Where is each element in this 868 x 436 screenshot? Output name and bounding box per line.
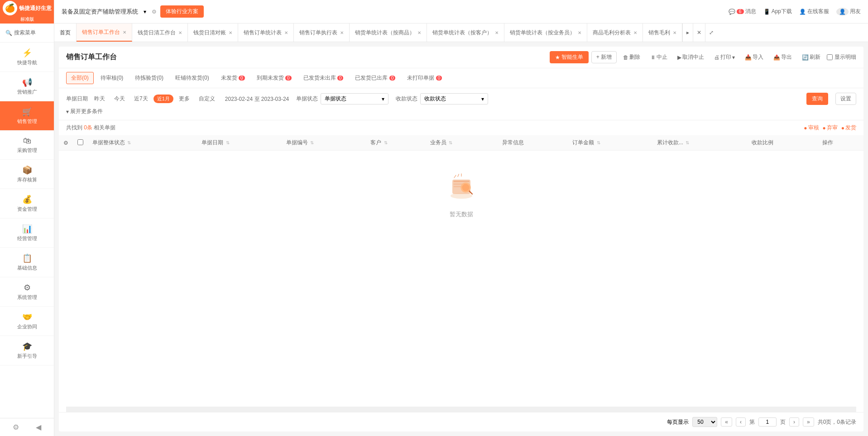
cancel-review-action-button[interactable]: ● 弃审 — [823, 124, 838, 132]
collapse-button[interactable]: ◀ — [36, 423, 41, 431]
date-1month-btn[interactable]: 近1月 — [153, 95, 173, 103]
sidebar-item-enterprise[interactable]: 🤝 企业协同 — [0, 307, 54, 336]
close-tab-cash-daily[interactable]: ✕ — [178, 30, 182, 35]
sidebar-item-purchase[interactable]: 🛍 采购管理 — [0, 131, 54, 160]
date-7days-btn[interactable]: 近7天 — [130, 94, 152, 104]
print-button[interactable]: 🖨 打印 ▾ — [710, 52, 739, 63]
th-date[interactable]: 单据日期 ⇅ — [197, 135, 281, 151]
refresh-button[interactable]: 🔄 刷新 — [798, 52, 824, 63]
th-status[interactable]: 单据整体状态 ⇅ — [88, 135, 197, 151]
add-button[interactable]: + 新增 — [591, 51, 617, 63]
tab-sales-stats-staff[interactable]: 销货单统计表（按业务员） ✕ — [504, 24, 587, 42]
close-tab-stats-staff[interactable]: ✕ — [578, 30, 581, 35]
message-button[interactable]: 💬 6 消息 — [729, 8, 756, 15]
tab-expand-button[interactable]: ⤢ — [705, 24, 717, 42]
page-number-input[interactable] — [758, 417, 777, 427]
tab-sales-order-stats[interactable]: 销售订单统计表 ✕ — [238, 24, 294, 42]
sidebar: 🍊 畅捷通好生意 标准版 🔍 搜索菜单 ⚡ 快捷导航 📢 营销推广 🛒 销售管理… — [0, 0, 54, 436]
th-number[interactable]: 单据编号 ⇅ — [282, 135, 366, 151]
sidebar-item-operations[interactable]: 📊 经营管理 — [0, 218, 54, 248]
sub-tab-overdue-not-shipped[interactable]: 到期未发货 0 — [252, 72, 297, 84]
tab-sales-stats-customer[interactable]: 销货单统计表（按客户） ✕ — [427, 24, 504, 42]
sub-tab-pending-review[interactable]: 待审核(0) — [96, 72, 129, 84]
th-collected[interactable]: 累计收款... ⇅ — [652, 135, 747, 151]
sidebar-item-system[interactable]: ⚙ 系统管理 — [0, 277, 54, 307]
close-tab-order-exec[interactable]: ✕ — [340, 30, 344, 35]
setting-button[interactable]: 设置 — [835, 93, 856, 105]
delete-icon: 🗑 — [623, 54, 628, 61]
close-tab-stats-product[interactable]: ✕ — [417, 30, 421, 35]
search-menu-button[interactable]: 🔍 搜索菜单 — [4, 27, 50, 38]
tab-cash-daily-reconcile[interactable]: 钱货日清对账 ✕ — [188, 24, 238, 42]
system-dropdown[interactable]: ▾ — [142, 7, 148, 17]
cancel-suspend-label: 取消中止 — [682, 53, 704, 61]
status-select[interactable]: 单据状态 ▾ — [321, 93, 388, 104]
sub-tab-wangpu-pending[interactable]: 旺铺待发货(0) — [170, 72, 214, 84]
sidebar-item-sales[interactable]: 🛒 销售管理 — [0, 101, 54, 131]
tab-sales-profit[interactable]: 销售毛利 ✕ — [643, 24, 682, 42]
header-right: 💬 6 消息 📱 App下载 👤 在线客服 👤 用友 — [729, 8, 861, 16]
online-service-button[interactable]: 👤 在线客服 — [799, 8, 829, 15]
sidebar-item-finance[interactable]: 💰 资金管理 — [0, 189, 54, 218]
close-tab-order-stats[interactable]: ✕ — [284, 30, 288, 35]
expand-filter-button[interactable]: ▾ 展开更多条件 — [66, 108, 856, 115]
close-tab-stats-customer[interactable]: ✕ — [495, 30, 499, 35]
close-tab-sales-workbench[interactable]: ✕ — [123, 30, 126, 35]
close-tab-sales-profit[interactable]: ✕ — [673, 30, 676, 35]
sidebar-item-quick-nav[interactable]: ⚡ 快捷导航 — [0, 43, 54, 72]
tab-sales-stats-product[interactable]: 销货单统计表（按商品） ✕ — [350, 24, 427, 42]
th-staff[interactable]: 业务员 ⇅ — [426, 135, 498, 151]
export-button[interactable]: 📤 导出 — [770, 52, 796, 63]
select-all-checkbox[interactable] — [77, 139, 83, 145]
settings-icon-header[interactable]: ⚙ — [152, 9, 157, 15]
payment-select[interactable]: 收款状态 ▾ — [420, 93, 488, 104]
sidebar-item-marketing[interactable]: 📢 营销推广 — [0, 72, 54, 101]
review-action-button[interactable]: ● 审核 — [804, 124, 819, 132]
tab-close-all-button[interactable]: ✕ — [693, 24, 705, 42]
user-menu-button[interactable]: 👤 用友 — [836, 8, 861, 16]
last-page-button[interactable]: » — [803, 417, 814, 427]
cancel-suspend-button[interactable]: ▶ 取消中止 — [674, 52, 708, 63]
close-tab-reconcile[interactable]: ✕ — [229, 30, 232, 35]
smart-create-button[interactable]: ★ 智能生单 — [550, 51, 589, 63]
sub-tab-pending-inspect[interactable]: 待拣验货(0) — [130, 72, 168, 84]
th-amount[interactable]: 订单金额 ⇅ — [568, 135, 652, 151]
tab-more-button[interactable]: ▸ — [682, 24, 693, 42]
sub-tab-all[interactable]: 全部(0) — [66, 72, 94, 84]
date-today-btn[interactable]: 今天 — [110, 94, 129, 104]
sidebar-item-inventory[interactable]: 📦 库存核算 — [0, 160, 54, 189]
table-settings-icon[interactable]: ⚙ — [63, 140, 68, 146]
ship-action-button[interactable]: ● 发货 — [841, 124, 856, 132]
date-yesterday-btn[interactable]: 昨天 — [91, 94, 109, 104]
delete-button[interactable]: 🗑 删除 — [619, 52, 644, 63]
tab-cash-daily-workbench[interactable]: 钱货日清工作台 ✕ — [132, 24, 188, 42]
sub-tab-shipped-not-out[interactable]: 已发货未出库 0 — [298, 72, 349, 84]
settings-bottom-button[interactable]: ⚙ — [13, 423, 19, 431]
date-more-btn[interactable]: 更多 — [175, 94, 193, 104]
tab-sales-order-workbench[interactable]: 销售订单工作台 ✕ — [77, 24, 132, 42]
suspend-button[interactable]: ⏸ 中止 — [647, 52, 671, 63]
sub-tab-pending-inspect-label: 待拣验货(0) — [135, 75, 163, 81]
sub-tab-shipped-out[interactable]: 已发货已出库 0 — [350, 72, 400, 84]
date-custom-btn[interactable]: 自定义 — [195, 94, 219, 104]
trial-button[interactable]: 体验行业方案 — [160, 5, 204, 18]
filter-area: 单据日期 昨天 今天 近7天 近1月 更多 自定义 2023-02-24 至 2… — [59, 88, 863, 120]
th-customer[interactable]: 客户 ⇅ — [366, 135, 425, 151]
sidebar-item-guide[interactable]: 🎓 新手引导 — [0, 336, 54, 365]
horizontal-scrollbar[interactable] — [66, 407, 856, 412]
query-button[interactable]: 查询 — [806, 93, 828, 105]
tab-goods-margin[interactable]: 商品毛利分析表 ✕ — [587, 24, 643, 42]
show-detail-checkbox[interactable] — [827, 54, 833, 60]
tab-home[interactable]: 首页 — [54, 24, 77, 42]
tab-sales-order-exec[interactable]: 销售订单执行表 ✕ — [294, 24, 350, 42]
close-tab-goods-margin[interactable]: ✕ — [633, 30, 637, 35]
import-button[interactable]: 📥 导入 — [741, 52, 767, 63]
next-page-button[interactable]: › — [789, 417, 799, 427]
first-page-button[interactable]: « — [721, 417, 732, 427]
sub-tab-not-printed[interactable]: 未打印单据 0 — [402, 72, 447, 84]
sub-tab-not-shipped[interactable]: 未发货 0 — [216, 72, 250, 84]
app-download-button[interactable]: 📱 App下载 — [763, 8, 792, 15]
sidebar-item-basic-info[interactable]: 📋 基础信息 — [0, 248, 54, 277]
prev-page-button[interactable]: ‹ — [736, 417, 746, 427]
page-size-select[interactable]: 50 10 20 100 — [692, 417, 717, 427]
